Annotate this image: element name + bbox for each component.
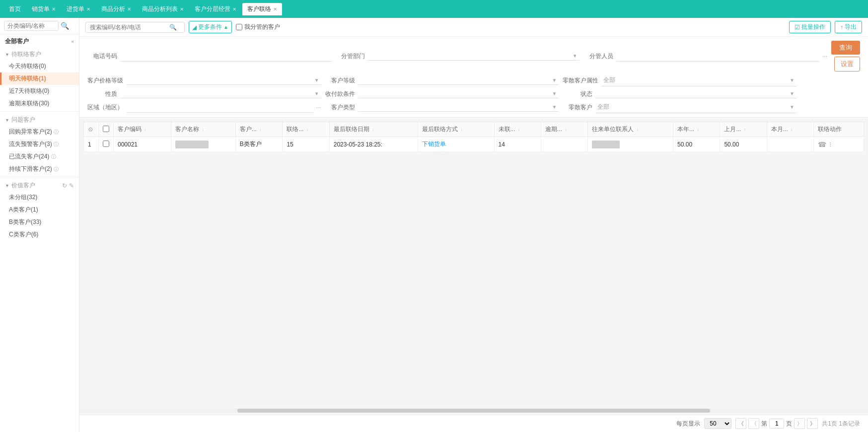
scrollbar-thumb[interactable] xyxy=(237,409,711,413)
th-last-contact-date[interactable]: 最后联络日期 ↕ xyxy=(329,122,418,137)
action-phone-icon[interactable]: ☎ xyxy=(818,141,826,148)
settings-button[interactable]: 设置 xyxy=(834,57,860,72)
filter-phone-input[interactable] xyxy=(120,51,331,62)
sidebar-item-repurchase-abnormal[interactable]: 回购异常客户(2) ⓘ xyxy=(0,126,79,138)
sidebar-item-churn-warning[interactable]: 流失预警客户(3) ⓘ xyxy=(0,138,79,150)
filter-actions: 查询 设置 xyxy=(831,41,860,72)
filter-customer-type-select[interactable]: ▼ xyxy=(358,103,559,112)
value-group-edit-icon[interactable]: ✎ xyxy=(69,182,74,189)
page-number-input[interactable] xyxy=(769,419,784,429)
sidebar-item-today-contact[interactable]: 今天待联络(0) xyxy=(0,60,79,72)
sidebar-item-tomorrow-contact[interactable]: 明天待联络(1) xyxy=(0,72,79,85)
th-this-year[interactable]: 本年... ↕ xyxy=(673,122,720,137)
customer-name-blurred xyxy=(175,141,209,148)
filter-icon: ◢ xyxy=(192,24,197,31)
nav-close-icon[interactable]: ✕ xyxy=(127,6,131,12)
last-page-btn[interactable]: 》 xyxy=(807,418,818,429)
filter-manager-input[interactable] xyxy=(616,51,819,62)
horizontal-scrollbar[interactable] xyxy=(79,409,868,413)
nav-close-icon[interactable]: ✕ xyxy=(273,6,277,12)
td-checkbox xyxy=(99,137,114,152)
filter-nature-select[interactable]: ▼ xyxy=(120,89,321,98)
filter-dept-select[interactable]: ▼ xyxy=(368,52,579,61)
sidebar-item-overdue-contact[interactable]: 逾期未联络(30) xyxy=(0,97,79,110)
filter-price-level-select[interactable]: ▼ xyxy=(126,76,321,85)
td-this-month xyxy=(767,137,813,152)
row-checkbox[interactable] xyxy=(103,141,109,147)
td-uncontacted: 14 xyxy=(494,137,541,152)
nav-close-icon[interactable]: ✕ xyxy=(86,6,90,12)
table-footer: 每页显示 50 100 200 《 〈 第 页 〉 》 共1页 1条记录 xyxy=(79,415,868,432)
filter-row-4: 区域（地区） ··· 客户类型 ▼ 零散客户 全部 ▼ xyxy=(87,101,860,113)
nav-home[interactable]: 首页 xyxy=(4,3,26,15)
nav-close-icon[interactable]: ✕ xyxy=(180,6,184,12)
th-code[interactable]: 客户编码 ↕ xyxy=(114,122,171,137)
th-type[interactable]: 客户... ↕ xyxy=(235,122,283,137)
filter-search-input[interactable] xyxy=(90,24,169,31)
sidebar-item-ungrouped[interactable]: 未分组(32) xyxy=(0,191,79,204)
my-customers-checkbox-label[interactable]: 我分管的客户 xyxy=(236,23,280,31)
my-customers-checkbox[interactable] xyxy=(236,24,242,30)
select-all-checkbox[interactable] xyxy=(103,126,109,132)
filter-status-select[interactable]: ▼ xyxy=(595,89,796,98)
sidebar-item-class-b[interactable]: B类客户(33) xyxy=(0,216,79,228)
sidebar-item-churned[interactable]: 已流失客户(24) ⓘ xyxy=(0,150,79,163)
sidebar-group-pending[interactable]: ▼ 待联络客户 xyxy=(0,48,79,60)
nav-purchase-order[interactable]: 进货单 ✕ xyxy=(62,3,95,15)
th-overdue[interactable]: 逾期... ↕ xyxy=(541,122,587,137)
sidebar-item-declining[interactable]: 持续下滑客户(2) ⓘ xyxy=(0,163,79,175)
filter-dept: 分管部门 ▼ xyxy=(335,52,579,61)
th-last-month[interactable]: 上月... ↕ xyxy=(720,122,767,137)
filter-search-icon[interactable]: 🔍 xyxy=(169,24,177,31)
filter-payment-terms: 收付款条件 ▼ xyxy=(325,89,559,98)
prev-page-btn[interactable]: 〈 xyxy=(748,418,759,429)
th-uncontacted[interactable]: 未联... ↕ xyxy=(494,122,541,137)
sidebar-item-7days-contact[interactable]: 近7天待联络(0) xyxy=(0,85,79,97)
export-btn[interactable]: ↑ 导出 xyxy=(835,21,862,33)
first-page-btn[interactable]: 《 xyxy=(735,418,746,429)
total-records-label: 共1页 1条记录 xyxy=(822,420,860,428)
last-contact-method-link[interactable]: 下销货单 xyxy=(422,141,446,147)
sidebar-search-input[interactable] xyxy=(4,21,59,31)
batch-ops-btn[interactable]: ☑ 批量操作 xyxy=(789,21,831,33)
th-this-month[interactable]: 本月... ↕ xyxy=(767,122,813,137)
sidebar-all-customers[interactable]: 全部客户 « xyxy=(0,34,79,48)
query-button[interactable]: 查询 xyxy=(831,41,860,55)
per-page-select[interactable]: 50 100 200 xyxy=(704,418,731,429)
table-settings-icon[interactable]: ⚙ xyxy=(88,126,93,133)
td-last-contact-method[interactable]: 下销货单 xyxy=(418,137,494,152)
sidebar-item-class-c[interactable]: C类客户(6) xyxy=(0,228,79,241)
filter-retail-customer-select[interactable]: 全部 ▼ xyxy=(595,101,796,113)
nav-product-analysis[interactable]: 商品分析 ✕ xyxy=(96,3,136,15)
action-menu-icon[interactable]: ⁝ xyxy=(829,141,831,148)
sort-icon: ↕ xyxy=(791,127,793,132)
sidebar-group-value[interactable]: ▼ 价值客户 ↻ ✎ xyxy=(0,179,79,191)
th-contact-count[interactable]: 联络... ↕ xyxy=(283,122,329,137)
td-name xyxy=(171,137,236,152)
th-name[interactable]: 客户名称 ↕ xyxy=(171,122,236,137)
chevron-down-icon: ▼ xyxy=(790,91,795,96)
filter-region-dots[interactable]: ··· xyxy=(316,104,321,111)
filter-customer-level-select[interactable]: ▼ xyxy=(358,76,559,85)
sidebar-search-icon[interactable]: 🔍 xyxy=(61,22,69,30)
nav-close-icon[interactable]: ✕ xyxy=(52,6,56,12)
filter-more-conditions-btn[interactable]: ◢ 更多条件 ▲ xyxy=(189,21,232,33)
nav-customer-segment[interactable]: 客户分层经营 ✕ xyxy=(190,3,241,15)
sidebar-item-class-a[interactable]: A类客户(1) xyxy=(0,204,79,216)
filter-customer-level: 客户等级 ▼ xyxy=(325,76,559,85)
th-contact-person[interactable]: 往来单位联系人 ↕ xyxy=(588,122,673,137)
sidebar-group-problem[interactable]: ▼ 问题客户 xyxy=(0,113,79,126)
export-icon: ↑ xyxy=(840,24,843,31)
filter-manager-dots[interactable]: ··· xyxy=(822,53,827,60)
value-group-refresh-icon[interactable]: ↻ xyxy=(62,182,67,189)
nav-close-icon[interactable]: ✕ xyxy=(232,6,236,12)
th-last-contact-method[interactable]: 最后联络方式 ↕ xyxy=(418,122,494,137)
filter-retail-attr-select[interactable]: 全部 ▼ xyxy=(601,74,796,86)
nav-sales-order[interactable]: 销货单 ✕ xyxy=(27,3,61,15)
sort-icon: ↕ xyxy=(202,127,204,132)
nav-product-analysis-list[interactable]: 商品分析列表 ✕ xyxy=(137,3,189,15)
next-page-btn[interactable]: 〉 xyxy=(794,418,805,429)
filter-payment-terms-select[interactable]: ▼ xyxy=(358,89,559,98)
filter-region-input[interactable] xyxy=(126,102,313,113)
nav-customer-contact[interactable]: 客户联络 ✕ xyxy=(242,3,282,15)
